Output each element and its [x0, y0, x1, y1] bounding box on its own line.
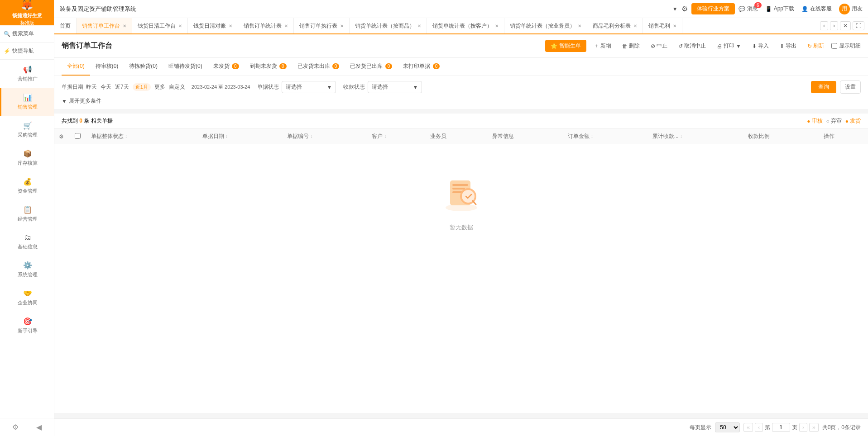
filter-yesterday[interactable]: 昨天	[86, 83, 97, 91]
tab-fullscreen-btn[interactable]: ⛶	[853, 21, 864, 30]
sidebar-quick-nav[interactable]: ⚡ 快捷导航	[0, 43, 54, 60]
next-page-btn[interactable]: ›	[799, 423, 807, 432]
settings-bottom-icon[interactable]: ⚙	[12, 423, 19, 431]
add-btn[interactable]: ＋ 新增	[590, 40, 615, 52]
tab-cash-daily[interactable]: 钱货日清工作台 ✕	[132, 18, 188, 33]
column-settings-icon[interactable]: ⚙	[59, 133, 64, 140]
th-customer-sort[interactable]: ↕	[384, 134, 387, 139]
subtab-pending-review[interactable]: 待审核(0)	[90, 58, 124, 76]
search-icon: 🔍	[4, 31, 10, 37]
tab-sales-exec[interactable]: 销售订单执行表 ✕	[294, 18, 350, 33]
industry-btn[interactable]: 体验行业方案	[691, 3, 735, 14]
sidebar-item-sales-label: 销售管理	[18, 104, 38, 110]
delete-btn[interactable]: 🗑 删除	[619, 40, 643, 52]
filter-expand-btn[interactable]: ▼ 展开更多条件	[62, 97, 101, 105]
review-btn[interactable]: ● 审核	[807, 117, 822, 125]
th-checkbox[interactable]	[68, 129, 86, 144]
import-btn[interactable]: ⬇ 导入	[748, 40, 772, 52]
subtab-pending-inspect[interactable]: 待拣验货(0)	[124, 58, 163, 76]
show-detail-checkbox[interactable]: 显示明细	[831, 42, 861, 50]
subtab-not-printed[interactable]: 未打印单据 0	[398, 58, 445, 76]
th-settings[interactable]: ⚙	[54, 129, 68, 144]
export-btn[interactable]: ⬆ 导出	[776, 40, 800, 52]
prev-page-btn[interactable]: ‹	[755, 423, 763, 432]
sidebar-item-enterprise[interactable]: 🤝 企业协同	[0, 284, 54, 312]
last-page-btn[interactable]: »	[809, 423, 819, 432]
filter-payment-select[interactable]: 请选择 ▼	[368, 81, 422, 93]
tab-sales-summary-product-close[interactable]: ✕	[417, 24, 421, 28]
th-amount-sort[interactable]: ↕	[591, 134, 593, 139]
topbar-settings-icon[interactable]: ⚙	[681, 5, 688, 13]
show-detail-input[interactable]	[831, 43, 837, 49]
online-service-btn[interactable]: 👤 在线客服	[801, 5, 832, 13]
filter-more[interactable]: 更多	[154, 83, 165, 91]
tab-gross-profit[interactable]: 商品毛利分析表 ✕	[587, 18, 643, 33]
sidebar-item-basic[interactable]: 🗂 基础信息	[0, 228, 54, 256]
filter-custom[interactable]: 自定义	[169, 83, 185, 91]
stop-btn[interactable]: ⊘ 中止	[647, 40, 671, 52]
sidebar-item-inventory[interactable]: 📦 库存核算	[0, 144, 54, 172]
message-btn[interactable]: 💬 消息 6	[739, 5, 758, 13]
tab-cash-reconcile-close[interactable]: ✕	[229, 24, 232, 28]
tab-sales-summary-staff-close[interactable]: ✕	[578, 24, 581, 28]
filter-7days[interactable]: 近7天	[115, 83, 129, 91]
search-btn[interactable]: 查询	[811, 81, 836, 93]
sidebar-item-finance[interactable]: 💰 资金管理	[0, 172, 54, 200]
sidebar-search[interactable]: 🔍 搜索菜单	[0, 25, 54, 43]
tab-sales-summary-customer-close[interactable]: ✕	[495, 24, 499, 28]
th-date-sort[interactable]: ↕	[225, 134, 228, 139]
tab-sales-workbench[interactable]: 销售订单工作台 ✕	[77, 18, 132, 34]
tab-sales-summary-customer[interactable]: 销货单统计表（按客户） ✕	[427, 18, 504, 33]
collapse-icon[interactable]: ◀	[36, 423, 42, 431]
th-status-sort[interactable]: ↕	[125, 134, 127, 139]
sidebar-item-marketing[interactable]: 📢 营销推广	[0, 60, 54, 88]
topbar-dropdown[interactable]: ▼	[672, 6, 678, 12]
ship-btn[interactable]: ● 发货	[845, 117, 861, 125]
cancel-stop-btn[interactable]: ↺ 取消中止	[675, 40, 710, 52]
filter-status-label: 单据状态	[257, 83, 279, 91]
filter-status-select[interactable]: 请选择 ▼	[282, 81, 336, 93]
cancel-review-btn[interactable]: ○ 弃审	[826, 117, 842, 125]
subtab-all[interactable]: 全部(0)	[62, 58, 90, 76]
page-input[interactable]	[772, 423, 790, 432]
tab-gross-profit-close[interactable]: ✕	[633, 24, 637, 28]
th-collected-sort[interactable]: ↕	[680, 134, 682, 139]
tab-sales-stats-close[interactable]: ✕	[284, 24, 288, 28]
filter-setting-btn[interactable]: 设置	[840, 81, 861, 94]
user-btn[interactable]: 用 用友	[839, 4, 863, 14]
sidebar-item-purchase[interactable]: 🛒 采购管理	[0, 116, 54, 144]
print-btn[interactable]: 🖨 打印 ▼	[713, 40, 745, 52]
tab-sales-workbench-close[interactable]: ✕	[123, 24, 126, 28]
sidebar-item-operation[interactable]: 📋 经营管理	[0, 200, 54, 228]
subtab-shipped-out[interactable]: 已发货已出库 0	[345, 58, 398, 76]
tab-sales-profit[interactable]: 销售毛利 ✕	[643, 18, 682, 33]
app-download-btn[interactable]: 📱 App下载	[765, 5, 794, 13]
tab-prev-btn[interactable]: ‹	[820, 21, 828, 30]
subtab-shipped-not-out[interactable]: 已发货未出库 0	[292, 58, 345, 76]
select-all-checkbox[interactable]	[75, 133, 81, 139]
tab-close-all-btn[interactable]: ✕	[840, 21, 851, 30]
tab-cash-daily-close[interactable]: ✕	[178, 24, 182, 28]
subtab-overdue[interactable]: 到期未发货 0	[245, 58, 292, 76]
tab-next-btn[interactable]: ›	[830, 21, 838, 30]
filter-today[interactable]: 今天	[101, 83, 111, 91]
tab-sales-exec-close[interactable]: ✕	[340, 24, 344, 28]
sidebar-item-system[interactable]: ⚙️ 系统管理	[0, 256, 54, 284]
sidebar-item-sales[interactable]: 📊 销售管理	[0, 88, 54, 116]
refresh-btn[interactable]: ↻ 刷新	[804, 40, 828, 52]
tab-sales-summary-product[interactable]: 销货单统计表（按商品） ✕	[350, 18, 427, 33]
subtab-not-shipped[interactable]: 未发货 0	[208, 58, 245, 76]
tab-sales-profit-close[interactable]: ✕	[673, 24, 676, 28]
tab-home[interactable]: 首页	[54, 18, 77, 33]
smart-btn[interactable]: ⭐ 智能生单	[545, 40, 586, 52]
filter-1month[interactable]: 近1月	[133, 83, 151, 91]
first-page-btn[interactable]: «	[743, 423, 753, 432]
th-number-sort[interactable]: ↕	[310, 134, 312, 139]
tab-sales-stats[interactable]: 销售订单统计表 ✕	[238, 18, 294, 33]
per-page-select[interactable]: 10 20 50 100	[715, 422, 740, 432]
tab-cash-reconcile[interactable]: 钱货日清对账 ✕	[188, 18, 238, 33]
tab-sales-summary-staff[interactable]: 销货单统计表（按业务员） ✕	[504, 18, 587, 33]
sidebar-item-guide[interactable]: 🎯 新手引导	[0, 312, 54, 340]
subtab-wangpu[interactable]: 旺铺待发货(0)	[163, 58, 208, 76]
horizontal-scrollbar[interactable]	[54, 413, 868, 418]
